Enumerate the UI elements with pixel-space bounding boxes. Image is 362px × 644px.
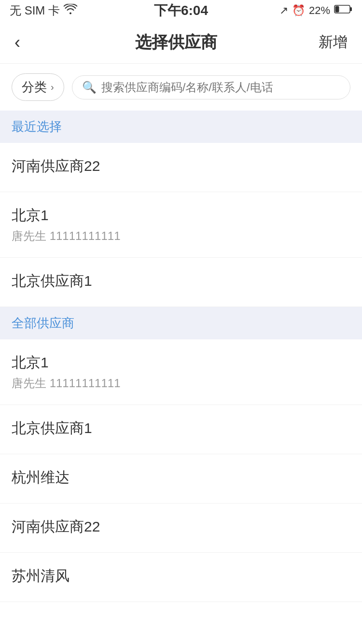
recent-label: 最近选择 [12, 119, 62, 134]
status-left: 无 SIM 卡 [10, 3, 77, 18]
page-title: 选择供应商 [43, 31, 309, 54]
status-bar: 无 SIM 卡 下午6:04 ↗ ⏰ 22% [0, 0, 362, 21]
item-name: 北京供应商1 [12, 419, 350, 438]
nav-bar: ‹ 选择供应商 新增 [0, 21, 362, 64]
battery-icon [334, 4, 352, 17]
item-name: 北京1 [12, 353, 350, 373]
item-name: 河南供应商22 [12, 517, 350, 537]
chevron-right-icon: › [51, 82, 54, 93]
add-button[interactable]: 新增 [309, 32, 348, 52]
search-icon: 🔍 [82, 81, 97, 94]
back-button[interactable]: ‹ [14, 32, 43, 53]
list-item[interactable]: 杭州维达 [0, 454, 362, 504]
location-icon: ↗ [279, 4, 288, 17]
battery-text: 22% [309, 4, 330, 17]
item-name: 北京1 [12, 206, 350, 225]
list-item[interactable]: 河南供应商22 [0, 143, 362, 192]
all-list: 北京1唐先生 11111111111北京供应商1杭州维达河南供应商22苏州清风 [0, 339, 362, 602]
list-item[interactable]: 北京1唐先生 11111111111 [0, 339, 362, 405]
item-name: 北京供应商1 [12, 271, 350, 291]
recent-list: 河南供应商22北京1唐先生 11111111111北京供应商1 [0, 143, 362, 307]
recent-section-header: 最近选择 [0, 111, 362, 143]
svg-rect-1 [350, 7, 352, 11]
search-box: 🔍 [72, 75, 350, 99]
category-label: 分类 [22, 79, 47, 96]
list-item[interactable]: 苏州清风 [0, 553, 362, 602]
search-input[interactable] [101, 81, 340, 94]
all-label: 全部供应商 [12, 316, 74, 330]
alarm-icon: ⏰ [292, 4, 305, 17]
item-name: 河南供应商22 [12, 156, 350, 176]
item-name: 苏州清风 [12, 566, 350, 586]
item-sub: 唐先生 11111111111 [12, 228, 350, 244]
carrier-text: 无 SIM 卡 [10, 3, 60, 18]
status-time: 下午6:04 [154, 1, 208, 20]
list-item[interactable]: 河南供应商22 [0, 504, 362, 553]
item-name: 杭州维达 [12, 468, 350, 488]
wifi-icon [64, 4, 77, 17]
filter-bar: 分类 › 🔍 [0, 64, 362, 111]
list-item[interactable]: 北京1唐先生 11111111111 [0, 192, 362, 258]
all-section-header: 全部供应商 [0, 307, 362, 339]
category-button[interactable]: 分类 › [12, 73, 64, 101]
item-sub: 唐先生 11111111111 [12, 376, 350, 391]
list-item[interactable]: 北京供应商1 [0, 258, 362, 307]
svg-rect-2 [335, 6, 339, 13]
status-right: ↗ ⏰ 22% [279, 4, 352, 17]
list-item[interactable]: 北京供应商1 [0, 405, 362, 454]
